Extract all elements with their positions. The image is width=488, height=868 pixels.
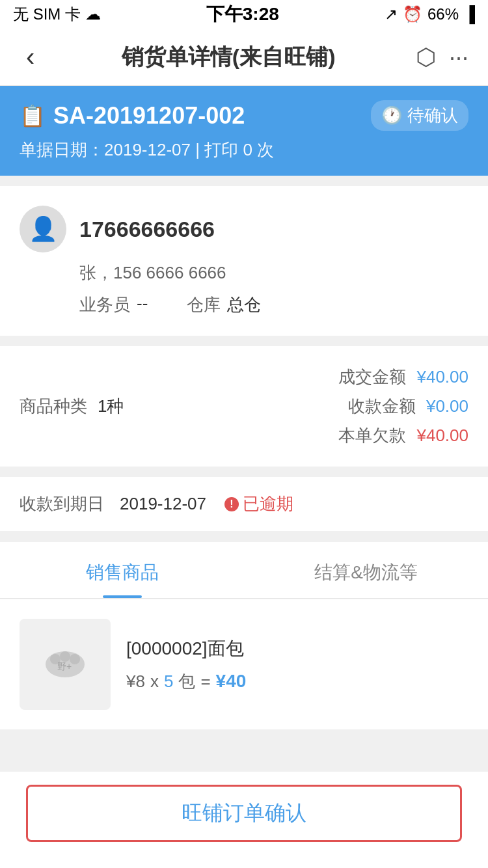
more-button[interactable]: ··· — [449, 44, 468, 71]
order-icon: 📋 — [20, 103, 46, 128]
product-thumb-icon: 野+ — [39, 645, 91, 684]
avatar-icon: 👤 — [29, 215, 58, 243]
transaction-amount-row: 成交金额 ¥40.00 — [338, 366, 468, 388]
tab-sales-products[interactable]: 销售商品 — [0, 542, 244, 598]
salesperson-label: 业务员 — [79, 293, 130, 316]
customer-name-info: 张，156 6666 6666 — [20, 262, 468, 284]
due-date-section: 收款到期日 2019-12-07 ! 已逾期 — [0, 477, 488, 532]
product-types: 商品种类 1种 — [20, 366, 244, 447]
product-name: [0000002]面包 — [126, 636, 468, 661]
salesperson-value: -- — [137, 293, 148, 316]
transaction-label: 成交金额 — [338, 366, 406, 388]
product-thumbnail: 野+ — [20, 619, 111, 710]
page-title: 销货单详情(来自旺铺) — [122, 42, 336, 72]
due-date-label: 收款到期日 — [20, 493, 104, 515]
status-bar: 无 SIM 卡 ☁ 下午3:28 ↗ ⏰ 66% ▐ — [0, 0, 488, 29]
battery-icon: ▐ — [464, 5, 475, 23]
customer-avatar: 👤 — [20, 206, 66, 252]
owed-label: 本单欠款 — [338, 424, 406, 447]
customer-meta: 业务员 -- 仓库 总仓 — [20, 293, 468, 316]
warehouse-label: 仓库 — [187, 293, 221, 316]
order-header: 📋 SA-20191207-002 🕐 待确认 单据日期：2019-12-07 … — [0, 86, 488, 176]
product-details: [0000002]面包 ¥8 x 5 包 = ¥40 — [126, 619, 468, 710]
stats-section: 商品种类 1种 成交金额 ¥40.00 收款金额 ¥0.00 本单欠款 ¥40.… — [0, 346, 488, 467]
owed-value: ¥40.00 — [416, 426, 468, 446]
salesperson-item: 业务员 -- — [79, 293, 148, 316]
overdue-badge: ! 已逾期 — [224, 493, 293, 515]
share-button[interactable]: ⬡ — [416, 44, 436, 71]
received-label: 收款金额 — [348, 395, 416, 418]
transaction-value: ¥40.00 — [416, 367, 468, 387]
status-left: 无 SIM 卡 ☁ — [13, 4, 101, 25]
clock-icon: 🕐 — [381, 105, 402, 126]
status-time: 下午3:28 — [206, 2, 279, 27]
tab1-label: 销售商品 — [86, 562, 159, 582]
order-id-text: SA-20191207-002 — [53, 102, 245, 129]
warehouse-value: 总仓 — [227, 293, 261, 316]
tab-active-indicator — [103, 595, 142, 598]
battery-status: 66% — [427, 5, 459, 23]
price-separator: x — [150, 671, 159, 692]
overdue-text: 已逾期 — [243, 493, 293, 515]
product-price-row: ¥8 x 5 包 = ¥40 — [126, 670, 468, 693]
product-unit: 包 — [178, 670, 195, 693]
equals-sign: = — [200, 671, 210, 692]
overdue-icon: ! — [224, 497, 239, 511]
customer-section: 👤 17666666666 张，156 6666 6666 业务员 -- 仓库 … — [0, 186, 488, 336]
tabs-row: 销售商品 结算&物流等 — [0, 542, 488, 598]
sim-status: 无 SIM 卡 ☁ — [13, 4, 101, 25]
product-types-label: 商品种类 — [20, 395, 87, 418]
svg-text:野+: 野+ — [57, 661, 72, 671]
nav-right-actions: ⬡ ··· — [416, 44, 468, 71]
status-text: 待确认 — [407, 104, 458, 127]
owed-amount-row: 本单欠款 ¥40.00 — [338, 424, 468, 447]
warehouse-item: 仓库 总仓 — [187, 293, 261, 316]
product-item: 野+ [0000002]面包 ¥8 x 5 包 = ¥40 — [0, 599, 488, 729]
received-value: ¥0.00 — [426, 396, 468, 416]
back-button[interactable]: ‹ — [20, 36, 41, 78]
product-types-value: 1种 — [98, 395, 124, 418]
order-status-badge: 🕐 待确认 — [371, 100, 468, 131]
order-date: 单据日期：2019-12-07 | 打印 0 次 — [20, 139, 468, 161]
customer-phone: 17666666666 — [79, 217, 215, 242]
nav-bar: ‹ 销货单详情(来自旺铺) ⬡ ··· — [0, 29, 488, 86]
product-price: ¥8 — [126, 671, 145, 692]
received-amount-row: 收款金额 ¥0.00 — [348, 395, 468, 418]
bottom-bar: 旺铺订单确认 — [0, 772, 488, 868]
confirm-order-button[interactable]: 旺铺订单确认 — [26, 785, 462, 842]
order-id: 📋 SA-20191207-002 — [20, 102, 245, 129]
tab2-label: 结算&物流等 — [314, 562, 418, 582]
due-date-value: 2019-12-07 — [120, 494, 206, 514]
location-icon: ↗ — [385, 5, 398, 23]
tab-settlement[interactable]: 结算&物流等 — [244, 542, 488, 598]
svg-point-2 — [60, 651, 70, 662]
product-total: ¥40 — [216, 671, 247, 692]
product-qty: 5 — [164, 671, 173, 692]
tabs-section: 销售商品 结算&物流等 — [0, 542, 488, 599]
alarm-icon: ⏰ — [403, 5, 422, 23]
status-right: ↗ ⏰ 66% ▐ — [385, 5, 475, 23]
financial-stats: 成交金额 ¥40.00 收款金额 ¥0.00 本单欠款 ¥40.00 — [244, 366, 468, 447]
